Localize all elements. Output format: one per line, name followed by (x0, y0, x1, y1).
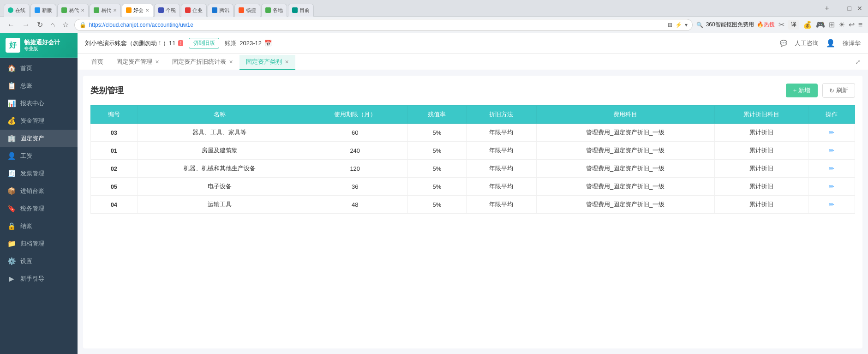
reload-btn[interactable]: ↻ (35, 20, 45, 29)
tab-home[interactable]: 首页 (85, 55, 110, 70)
browser-tab-t9[interactable]: 畅捷 (234, 4, 260, 17)
col-code: 编号 (91, 106, 138, 124)
calendar-icon[interactable]: 📅 (264, 40, 272, 47)
refresh-btn[interactable]: ↻ 刷新 (822, 83, 855, 98)
edit-btn[interactable]: ✏ (829, 201, 834, 208)
sidebar-label-tax: 税务管理 (20, 204, 44, 213)
tab-close-t3[interactable]: ✕ (81, 8, 84, 13)
cell-action[interactable]: ✏ (808, 196, 855, 214)
switch-version-btn[interactable]: 切到旧版 (189, 38, 219, 48)
edit-btn[interactable]: ✏ (829, 183, 834, 190)
support-label[interactable]: 人工咨询 (795, 39, 819, 48)
hot-search-label[interactable]: 🔥热搜 (757, 21, 775, 29)
dropdown-icon[interactable]: ▾ (685, 22, 688, 28)
sidebar: 好 畅捷通好会计 专业版 🏠 首页 📋 总账 📊 报表中心 💰 资金管理 (0, 33, 78, 354)
col-accumulated: 累计折旧科目 (714, 106, 808, 124)
tab-close-depreciation-table[interactable]: ✕ (229, 59, 233, 65)
user-name[interactable]: 徐泽华 (843, 39, 861, 48)
tab-close-t4[interactable]: ✕ (113, 8, 117, 13)
cell-expense: 管理费用_固定资产折旧_一级 (536, 196, 714, 214)
tab-close-asset-category[interactable]: ✕ (285, 59, 289, 65)
ledger-icon: 📋 (7, 82, 16, 90)
menu-icon[interactable]: ≡ (858, 21, 862, 29)
cell-action[interactable]: ✏ (808, 124, 855, 142)
edit-btn[interactable]: ✏ (829, 147, 834, 154)
browser-tab-t10[interactable]: 各地 (261, 4, 287, 17)
edit-btn[interactable]: ✏ (829, 165, 834, 172)
cell-method: 年限平均 (466, 142, 536, 160)
sidebar-item-fixed-assets[interactable]: 🏢 固定资产 (0, 130, 78, 147)
cell-action[interactable]: ✏ (808, 142, 855, 160)
sidebar-item-settings[interactable]: ⚙️ 设置 (0, 252, 78, 270)
sidebar-item-ledger[interactable]: 📋 总账 (0, 77, 78, 95)
payroll-icon: 👤 (7, 152, 16, 160)
logo-icon: 好 (6, 38, 20, 53)
new-tab-btn[interactable]: + (822, 4, 832, 12)
sidebar-item-archive[interactable]: 📁 归档管理 (0, 235, 78, 252)
tab-home-label: 首页 (91, 58, 103, 66)
browser-tab-t4[interactable]: 易代 ✕ (90, 4, 121, 17)
cell-accumulated: 累计折旧 (714, 142, 808, 160)
tab-asset-category[interactable]: 固定资产类别 ✕ (239, 55, 295, 70)
sidebar-item-payroll[interactable]: 👤 工资 (0, 147, 78, 165)
browser-tab-t3[interactable]: 易代 ✕ (57, 4, 89, 17)
cell-name: 机器、机械和其他生产设备 (137, 160, 302, 178)
tab-fixed-assets-mgmt[interactable]: 固定资产管理 ✕ (110, 55, 166, 70)
tab-list: 在线 新版 易代 ✕ 易代 ✕ 好会 ✕ 个税 企业 (4, 0, 820, 17)
browser-tab-t11[interactable]: 目前 (288, 4, 314, 17)
tab-depreciation-table[interactable]: 固定资产折旧统计表 ✕ (166, 55, 239, 70)
add-btn[interactable]: + 新增 (786, 84, 818, 97)
sidebar-item-invoice[interactable]: 🧾 发票管理 (0, 165, 78, 182)
sidebar-label-invoice: 发票管理 (20, 169, 44, 178)
browser-tab-t1[interactable]: 在线 (4, 4, 30, 17)
refresh-label: 刷新 (836, 86, 848, 95)
invoice-icon: 🧾 (7, 169, 16, 178)
sidebar-nav: 🏠 首页 📋 总账 📊 报表中心 💰 资金管理 🏢 固定资产 👤 工资 (0, 58, 78, 354)
sidebar-label-home: 首页 (20, 64, 32, 72)
cell-action[interactable]: ✏ (808, 178, 855, 196)
sidebar-item-purchase-sales[interactable]: 📦 进销台账 (0, 182, 78, 200)
undo-icon[interactable]: ↩ (849, 20, 855, 29)
translate-icon[interactable]: 译 (788, 20, 799, 30)
sidebar-item-reports[interactable]: 📊 报表中心 (0, 95, 78, 112)
bookmark-btn[interactable]: ☆ (60, 20, 71, 29)
back-btn[interactable]: ← (6, 21, 17, 29)
browser-tab-t7[interactable]: 企业 (181, 4, 207, 17)
asset-category-table: 编号 名称 使用期限（月） 残值率 折旧方法 费用科目 累计折旧科目 操作 03… (90, 105, 855, 214)
period-label: 账期 (225, 39, 237, 48)
forward-btn[interactable]: → (20, 21, 31, 29)
browser-tab-t2[interactable]: 新版 (30, 4, 56, 17)
cell-residual: 5% (408, 160, 466, 178)
window-maximize[interactable]: □ (846, 5, 853, 12)
url-bar[interactable]: 🔒 https://cloud.chanjet.com/accounting/u… (74, 19, 693, 31)
cell-action[interactable]: ✏ (808, 160, 855, 178)
sidebar-item-close[interactable]: 🔒 结账 (0, 217, 78, 235)
sidebar-item-guide[interactable]: ▶ 新手引导 (0, 270, 78, 288)
window-minimize[interactable]: — (834, 5, 844, 12)
browser-tab-t5[interactable]: 好会 ✕ (122, 4, 153, 17)
user-avatar-icon: 👤 (826, 39, 835, 48)
lightning-icon[interactable]: ⚡ (675, 22, 682, 28)
window-close[interactable]: ✕ (855, 5, 864, 12)
cell-period: 60 (302, 124, 408, 142)
edit-btn[interactable]: ✏ (829, 129, 834, 136)
sidebar-item-home[interactable]: 🏠 首页 (0, 60, 78, 77)
cell-method: 年限平均 (466, 196, 536, 214)
home-btn[interactable]: ⌂ (48, 21, 57, 29)
site-info-icon[interactable]: ⊞ (668, 22, 672, 28)
tab-close-fixed-assets-mgmt[interactable]: ✕ (155, 59, 159, 65)
sidebar-item-tax[interactable]: 🔖 税务管理 (0, 200, 78, 217)
cell-accumulated: 累计折旧 (714, 124, 808, 142)
sidebar-item-funds[interactable]: 💰 资金管理 (0, 112, 78, 130)
tab-close-t5[interactable]: ✕ (145, 8, 149, 13)
browser-tab-t6[interactable]: 个税 (154, 4, 180, 17)
period-info: 账期 2023-12 📅 (225, 39, 272, 48)
archive-icon: 📁 (7, 240, 16, 248)
browser-tab-t8[interactable]: 腾讯 (208, 4, 233, 17)
tab-max-icon[interactable]: ⤢ (855, 58, 861, 66)
sidebar-label-reports: 报表中心 (20, 99, 44, 108)
purchase-sales-icon: 📦 (7, 187, 16, 195)
reports-icon: 📊 (7, 99, 16, 108)
home-icon: 🏠 (7, 64, 16, 72)
cell-residual: 5% (408, 124, 466, 142)
